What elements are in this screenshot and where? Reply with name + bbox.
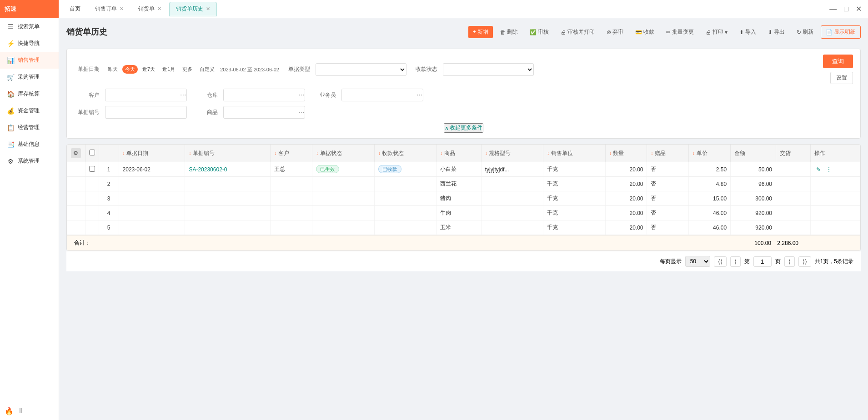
goods-picker-icon[interactable]: ··· [296, 108, 306, 116]
customer-label: 客户 [74, 91, 100, 99]
1month-btn[interactable]: 近1月 [160, 65, 178, 74]
import-icon: ⬆ [739, 29, 744, 35]
staff-input[interactable] [342, 89, 415, 101]
tab-sales-history[interactable]: 销货单历史 ✕ [169, 2, 217, 16]
query-button[interactable]: 查询 [823, 55, 853, 68]
tab-minimize-button[interactable]: — [827, 4, 839, 14]
sidebar-logo: 拓速 [0, 0, 59, 18]
select-all-checkbox[interactable] [89, 150, 95, 155]
sidebar-item-finance-mgmt[interactable]: 💰 资金管理 [0, 102, 59, 119]
tab-maximize-button[interactable]: □ [841, 4, 851, 14]
new-button[interactable]: + 新增 [468, 26, 493, 38]
audit-print-icon: 🖨 [561, 29, 566, 35]
page-prev-button[interactable]: ⟨ [730, 256, 741, 267]
7days-btn[interactable]: 近7天 [140, 65, 158, 74]
td-goods: 小白菜 [437, 162, 482, 177]
yesterday-btn[interactable]: 昨天 [105, 65, 120, 74]
delete-button[interactable]: 🗑 删除 [496, 26, 522, 38]
td-docno [185, 177, 271, 191]
sidebar-item-sales-mgmt[interactable]: 📊 销售管理 [0, 52, 59, 69]
more-btn[interactable]: 更多 [180, 65, 195, 74]
batch-change-button[interactable]: ✏ 批量变更 [662, 26, 698, 38]
td-date [119, 177, 185, 191]
customer-picker-icon[interactable]: ··· [178, 91, 188, 99]
audit-button[interactable]: ✅ 审核 [525, 26, 553, 38]
sidebar-item-label: 经营管理 [18, 124, 40, 131]
td-price: 46.00 [689, 206, 731, 220]
th-gift[interactable]: ↕ 赠品 [647, 145, 689, 162]
warehouse-input[interactable] [224, 89, 296, 101]
setting-button[interactable]: 设置 [830, 72, 853, 84]
abandon-button[interactable]: ⊗ 弃审 [602, 26, 628, 38]
delete-icon: 🗑 [500, 29, 506, 35]
staff-picker-icon[interactable]: ··· [415, 91, 424, 99]
th-spec[interactable]: ↕ 规格型号 [481, 145, 543, 162]
audit-icon: ✅ [530, 29, 537, 35]
per-page-select[interactable]: 50 20 100 [685, 256, 710, 267]
page-last-button[interactable]: ⟩⟩ [798, 256, 811, 267]
page-first-button[interactable]: ⟨⟨ [714, 256, 727, 267]
page-label: 第 [744, 258, 750, 265]
date-label: 单据日期 [74, 65, 100, 73]
more-action-button[interactable]: ⋮ [824, 165, 833, 174]
td-customer: 王总 [271, 162, 312, 177]
date-quick-buttons: 昨天 今天 近7天 近1月 更多 自定义 [105, 65, 217, 74]
sidebar-footer-icon1[interactable]: 🔥 [5, 407, 14, 415]
th-goods[interactable]: ↕ 商品 [437, 145, 482, 162]
sidebar-item-business-mgmt[interactable]: 📋 经营管理 [0, 119, 59, 136]
th-customer[interactable]: ↕ 客户 [271, 145, 312, 162]
td-customer [271, 177, 312, 191]
print-button[interactable]: 🖨 打印 ▾ [701, 26, 732, 38]
row-checkbox[interactable] [89, 166, 95, 172]
th-qty[interactable]: ↕ 数量 [605, 145, 647, 162]
sidebar-item-basic-info[interactable]: 📑 基础信息 [0, 136, 59, 153]
th-price[interactable]: ↕ 单价 [689, 145, 731, 162]
show-detail-button[interactable]: 📄 显示明细 [821, 25, 861, 39]
tab-home[interactable]: 首页 [63, 2, 87, 16]
total-label: 合计： [74, 239, 90, 247]
edit-action-button[interactable]: ✎ [814, 165, 823, 174]
export-button[interactable]: ⬇ 导出 [763, 26, 789, 38]
td-qty: 20.00 [605, 206, 647, 220]
doc-number-input[interactable] [105, 106, 187, 119]
tab-sales-order[interactable]: 销售订单 ✕ [88, 2, 130, 16]
customer-input[interactable] [105, 89, 178, 101]
import-button[interactable]: ⬆ 导入 [735, 26, 761, 38]
tab-close-all-button[interactable]: ✕ [853, 4, 864, 14]
custom-btn[interactable]: 自定义 [197, 65, 217, 74]
collect-button[interactable]: 💳 收款 [631, 26, 659, 38]
payment-status-select[interactable] [443, 63, 534, 76]
td-payment [374, 220, 436, 235]
th-payment[interactable]: ↕ 收款状态 [374, 145, 436, 162]
th-docno[interactable]: ↕ 单据编号 [185, 145, 271, 162]
audit-print-button[interactable]: 🖨 审核并打印 [556, 26, 599, 38]
tab-close-sales-history[interactable]: ✕ [206, 6, 210, 12]
page-next-button[interactable]: ⟩ [784, 256, 795, 267]
sidebar-footer-icon2[interactable]: ⏸ [17, 407, 25, 415]
refresh-button[interactable]: ↻ 刷新 [792, 26, 818, 38]
sidebar-item-quick-nav[interactable]: ⚡ 快捷导航 [0, 35, 59, 52]
sidebar-item-sys-mgmt[interactable]: ⚙ 系统管理 [0, 153, 59, 170]
goods-input[interactable] [224, 106, 296, 118]
chevron-up-icon: ∧ [445, 125, 449, 131]
td-rownum: 3 [99, 191, 119, 206]
page-number-input[interactable] [753, 256, 772, 267]
sidebar-item-inventory[interactable]: 🏠 库存核算 [0, 85, 59, 102]
tab-close-sales-order[interactable]: ✕ [120, 6, 124, 12]
th-docstatus[interactable]: ↕ 单据状态 [312, 145, 374, 162]
td-spec [481, 177, 543, 191]
tab-close-sales-goods[interactable]: ✕ [157, 6, 161, 12]
sidebar-item-search-menu[interactable]: ☰ 搜索菜单 [0, 18, 59, 35]
collapse-filter-button[interactable]: ∧ 收起更多条件 [444, 123, 483, 133]
warehouse-picker-icon[interactable]: ··· [296, 91, 306, 99]
today-btn[interactable]: 今天 [122, 65, 138, 74]
tab-sales-goods[interactable]: 销货单 ✕ [131, 2, 168, 16]
doc-type-select[interactable] [316, 63, 406, 76]
th-unit[interactable]: ↕ 销售单位 [543, 145, 605, 162]
td-gift: 否 [647, 191, 689, 206]
th-date[interactable]: ↕ 单据日期 [119, 145, 185, 162]
table-settings-icon[interactable]: ⚙ [71, 148, 81, 158]
sidebar-item-purchase-mgmt[interactable]: 🛒 采购管理 [0, 69, 59, 85]
sidebar-item-label: 库存核算 [18, 90, 40, 98]
doc-no-link[interactable]: SA-20230602-0 [189, 166, 227, 173]
